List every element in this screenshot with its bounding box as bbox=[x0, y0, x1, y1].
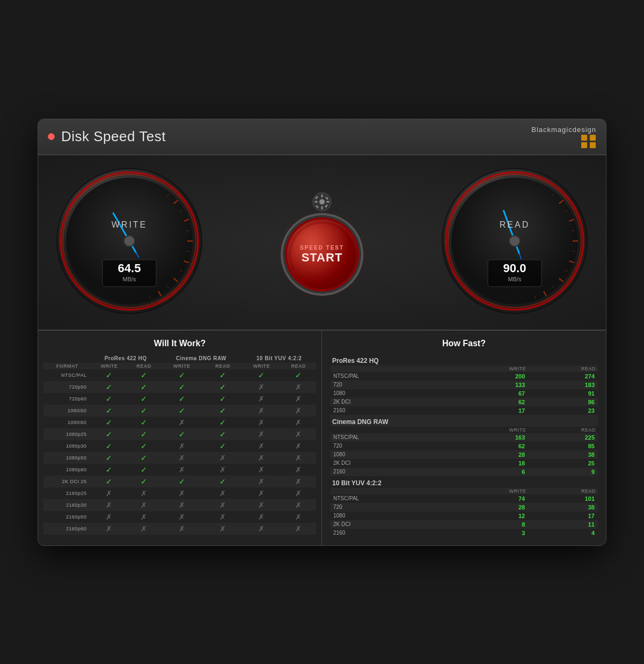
write-gauge: 64.5 MB/s WRITE bbox=[54, 166, 204, 316]
title-bar: Disk Speed Test Blackmagicdesign bbox=[38, 119, 606, 155]
format-sub-header: FORMAT bbox=[43, 363, 91, 369]
format-cell: 2160p25 bbox=[43, 487, 91, 499]
hf-data-row: 720 62 85 bbox=[330, 442, 598, 450]
check-cell: ✓ bbox=[128, 464, 160, 476]
hf-row-label: 1080 bbox=[330, 450, 450, 459]
hf-write-value: 28 bbox=[450, 503, 528, 512]
hf-col-header-row: WRITE READ bbox=[330, 488, 598, 494]
how-fast-section: How Fast? ProRes 422 HQ WRITE READ NTSC/… bbox=[322, 331, 606, 545]
hf-read-value: 274 bbox=[528, 372, 598, 381]
start-button[interactable]: SPEED TEST START bbox=[287, 220, 357, 289]
hf-row-label: 720 bbox=[330, 503, 450, 512]
hf-label-header bbox=[330, 488, 450, 494]
prores-read-header: READ bbox=[128, 363, 160, 369]
check-cell: ✗ bbox=[242, 487, 281, 499]
hf-read-value: 86 bbox=[528, 398, 598, 406]
check-cell: ✓ bbox=[203, 369, 242, 381]
hf-data-row: NTSC/PAL 74 101 bbox=[330, 494, 598, 503]
check-cell: ✗ bbox=[91, 487, 127, 499]
hf-data-row: 1080 12 17 bbox=[330, 512, 598, 520]
check-cell: ✗ bbox=[203, 487, 242, 499]
hf-col-header-row: WRITE READ bbox=[330, 366, 598, 372]
check-cell: ✗ bbox=[242, 476, 281, 487]
check-cell: ✗ bbox=[160, 452, 203, 464]
check-cell: ✗ bbox=[91, 511, 127, 523]
svg-text:MB/s: MB/s bbox=[122, 276, 136, 282]
hf-group-name: 10 Bit YUV 4:2:2 bbox=[330, 476, 598, 488]
hf-data-row: 2160 3 4 bbox=[330, 529, 598, 537]
hf-read-value: 91 bbox=[528, 389, 598, 398]
check-cell: ✗ bbox=[203, 452, 242, 464]
dng-write-header: WRITE bbox=[160, 363, 203, 369]
check-cell: ✗ bbox=[281, 393, 316, 405]
svg-text:90.0: 90.0 bbox=[503, 261, 526, 275]
hf-data-row: NTSC/PAL 200 274 bbox=[330, 372, 598, 381]
hf-read-value: 9 bbox=[528, 468, 598, 476]
table-row: 1080p50✓✓✗✗✗✗ bbox=[43, 452, 316, 464]
check-cell: ✗ bbox=[281, 417, 316, 428]
check-cell: ✓ bbox=[128, 393, 160, 405]
close-button[interactable] bbox=[48, 133, 55, 140]
hf-row-label: NTSC/PAL bbox=[330, 494, 450, 503]
check-cell: ✗ bbox=[160, 511, 203, 523]
prores-col-header: ProRes 422 HQ bbox=[91, 354, 160, 363]
gauge-section: 64.5 MB/s WRITE bbox=[38, 155, 606, 331]
hf-read-value: 101 bbox=[528, 494, 598, 503]
check-cell: ✓ bbox=[128, 369, 160, 381]
svg-text:READ: READ bbox=[500, 220, 530, 229]
table-row: 1080p60✓✓✗✗✗✗ bbox=[43, 464, 316, 476]
center-controls: SPEED TEST START bbox=[287, 192, 357, 289]
hf-write-value: 62 bbox=[450, 398, 528, 406]
format-cell: 2160p30 bbox=[43, 499, 91, 511]
check-cell: ✗ bbox=[203, 523, 242, 535]
will-it-work-table: ProRes 422 HQ Cinema DNG RAW 10 Bit YUV … bbox=[43, 354, 316, 535]
yuv-write-header: WRITE bbox=[242, 363, 281, 369]
hf-data-row: 2K DCI 8 11 bbox=[330, 520, 598, 529]
hf-write-value: 163 bbox=[450, 433, 528, 442]
check-cell: ✓ bbox=[203, 428, 242, 440]
hf-row-label: 2160 bbox=[330, 468, 450, 476]
check-cell: ✓ bbox=[128, 381, 160, 393]
brand-sq-3 bbox=[581, 142, 587, 148]
hf-write-value: 8 bbox=[450, 520, 528, 529]
check-cell: ✓ bbox=[91, 452, 127, 464]
check-cell: ✗ bbox=[128, 511, 160, 523]
check-cell: ✓ bbox=[203, 393, 242, 405]
table-row: 2160p50✗✗✗✗✗✗ bbox=[43, 511, 316, 523]
check-cell: ✗ bbox=[281, 487, 316, 499]
hf-write-value: 28 bbox=[450, 450, 528, 459]
hf-read-value: 23 bbox=[528, 406, 598, 415]
hf-row-label: NTSC/PAL bbox=[330, 433, 450, 442]
check-cell: ✓ bbox=[128, 405, 160, 417]
check-cell: ✓ bbox=[91, 417, 127, 428]
brand-sq-1 bbox=[581, 135, 587, 141]
read-gauge-svg: 90.0 MB/s READ bbox=[440, 166, 590, 316]
table-row: 1080p25✓✓✓✓✗✗ bbox=[43, 428, 316, 440]
hf-row-label: 2160 bbox=[330, 529, 450, 537]
check-cell: ✗ bbox=[281, 499, 316, 511]
will-it-work-body: NTSC/PAL✓✓✓✓✓✓720p50✓✓✓✓✗✗720p60✓✓✓✓✗✗10… bbox=[43, 369, 316, 535]
svg-rect-27 bbox=[321, 206, 323, 209]
svg-text:64.5: 64.5 bbox=[118, 261, 141, 275]
check-cell: ✓ bbox=[91, 476, 127, 487]
title-bar-left: Disk Speed Test bbox=[48, 128, 166, 145]
hf-write-value: 74 bbox=[450, 494, 528, 503]
svg-point-25 bbox=[319, 199, 325, 205]
settings-icon[interactable] bbox=[312, 192, 332, 211]
hf-row-label: 1080 bbox=[330, 389, 450, 398]
hf-row-label: 2160 bbox=[330, 406, 450, 415]
table-row: 720p60✓✓✓✓✗✗ bbox=[43, 393, 316, 405]
hf-write-header: WRITE bbox=[450, 427, 528, 433]
hf-row-label: 2K DCI bbox=[330, 398, 450, 406]
check-cell: ✗ bbox=[242, 405, 281, 417]
hf-data-row: 2K DCI 18 25 bbox=[330, 459, 598, 468]
hf-write-value: 18 bbox=[450, 459, 528, 468]
check-cell: ✗ bbox=[281, 511, 316, 523]
check-cell: ✗ bbox=[203, 511, 242, 523]
hf-data-row: 1080 28 38 bbox=[330, 450, 598, 459]
brand-name: Blackmagicdesign bbox=[531, 126, 596, 134]
yuv-col-header: 10 Bit YUV 4:2:2 bbox=[242, 354, 316, 363]
how-fast-title: How Fast? bbox=[330, 339, 598, 348]
read-gauge: 90.0 MB/s READ bbox=[440, 166, 590, 316]
brand-logo: Blackmagicdesign bbox=[531, 126, 596, 148]
